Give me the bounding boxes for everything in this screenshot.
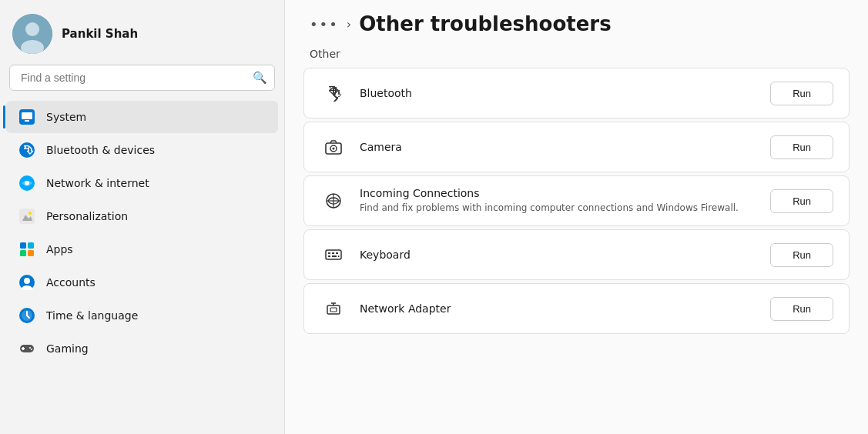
accounts-icon: [18, 274, 35, 291]
incoming-info: Incoming Connections Find and fix proble…: [360, 187, 758, 215]
svg-rect-4: [22, 112, 32, 119]
svg-rect-12: [20, 242, 26, 249]
sidebar-label-personalization: Personalization: [46, 210, 128, 222]
camera-ts-icon: [320, 133, 347, 161]
network-adapter-ts-icon: [320, 295, 347, 322]
sidebar-label-time: Time & language: [46, 309, 138, 322]
camera-info: Camera: [360, 141, 758, 153]
section-label: Other: [285, 45, 868, 68]
svg-rect-15: [28, 250, 34, 256]
bluetooth-run-button[interactable]: Run: [770, 82, 833, 105]
network-adapter-name: Network Adapter: [360, 302, 758, 315]
bluetooth-icon: ⮷: [18, 142, 35, 159]
troubleshooter-list: ⮷ Bluetooth Run Camera Run: [285, 68, 868, 334]
incoming-ts-icon: [320, 187, 347, 215]
svg-point-11: [28, 212, 32, 215]
svg-rect-25: [22, 348, 25, 349]
camera-run-button[interactable]: Run: [770, 135, 833, 159]
profile-section: Pankil Shah: [0, 0, 284, 65]
svg-rect-13: [28, 242, 34, 249]
search-box: 🔍: [9, 65, 275, 91]
network-adapter-info: Network Adapter: [360, 302, 758, 315]
sidebar: Pankil Shah 🔍 System ⮷: [0, 0, 285, 434]
troubleshooter-incoming: Incoming Connections Find and fix proble…: [303, 175, 850, 226]
keyboard-run-button[interactable]: Run: [770, 243, 833, 267]
camera-name: Camera: [360, 141, 758, 153]
svg-rect-40: [332, 255, 337, 257]
gaming-icon: [18, 340, 35, 357]
personalization-icon: [18, 208, 35, 225]
svg-rect-35: [326, 250, 341, 259]
sidebar-label-bluetooth: Bluetooth & devices: [46, 144, 155, 156]
sidebar-label-network: Network & internet: [46, 177, 149, 189]
svg-rect-37: [332, 252, 334, 254]
troubleshooter-network-adapter: Network Adapter Run: [303, 283, 850, 334]
sidebar-label-apps: Apps: [46, 243, 73, 255]
svg-rect-42: [327, 305, 340, 314]
sidebar-item-gaming[interactable]: Gaming: [6, 332, 278, 365]
svg-rect-38: [336, 252, 338, 254]
avatar: [12, 14, 52, 54]
svg-point-26: [29, 347, 31, 349]
apps-icon: [18, 241, 35, 258]
sidebar-label-accounts: Accounts: [46, 276, 96, 289]
search-icon: 🔍: [253, 71, 267, 85]
page-title: Other troubleshooters: [359, 12, 611, 35]
sidebar-item-apps[interactable]: Apps: [6, 233, 278, 265]
svg-point-27: [31, 349, 32, 350]
page-header: ••• › Other troubleshooters: [285, 0, 868, 45]
svg-rect-36: [328, 252, 330, 254]
bluetooth-name: Bluetooth: [360, 87, 758, 99]
sidebar-item-network[interactable]: Network & internet: [6, 167, 278, 199]
svg-point-31: [333, 148, 335, 150]
keyboard-info: Keyboard: [360, 249, 758, 261]
sidebar-label-system: System: [46, 111, 86, 123]
bluetooth-ts-icon: ⮷: [320, 79, 347, 107]
svg-text:⮷: ⮷: [328, 85, 342, 101]
svg-point-1: [25, 22, 39, 36]
incoming-desc: Find and fix problems with incoming comp…: [360, 202, 758, 215]
nav-list: System ⮷ Bluetooth & devices Network & i: [0, 97, 284, 434]
sidebar-item-time[interactable]: Time & language: [6, 299, 278, 332]
network-adapter-run-button[interactable]: Run: [770, 297, 833, 321]
keyboard-name: Keyboard: [360, 249, 758, 261]
svg-rect-41: [338, 255, 340, 257]
search-input[interactable]: [9, 65, 275, 91]
time-icon: [18, 307, 35, 324]
troubleshooter-keyboard: Keyboard Run: [303, 229, 850, 280]
sidebar-item-accounts[interactable]: Accounts: [6, 266, 278, 299]
svg-point-17: [24, 278, 30, 284]
sidebar-item-personalization[interactable]: Personalization: [6, 200, 278, 232]
keyboard-ts-icon: [320, 241, 347, 269]
avatar-image: [12, 14, 52, 54]
svg-point-9: [25, 181, 29, 185]
svg-rect-14: [20, 250, 26, 256]
svg-text:⮷: ⮷: [23, 145, 34, 156]
bluetooth-info: Bluetooth: [360, 87, 758, 99]
svg-rect-5: [25, 120, 29, 122]
incoming-name: Incoming Connections: [360, 187, 758, 199]
sidebar-item-system[interactable]: System: [6, 101, 278, 133]
troubleshooter-bluetooth: ⮷ Bluetooth Run: [303, 68, 850, 119]
sidebar-label-gaming: Gaming: [46, 342, 89, 355]
network-icon: [18, 175, 35, 192]
svg-rect-43: [330, 308, 337, 312]
breadcrumb-dots[interactable]: •••: [310, 16, 339, 32]
svg-rect-10: [19, 209, 35, 224]
incoming-run-button[interactable]: Run: [770, 189, 833, 213]
profile-name: Pankil Shah: [62, 27, 138, 41]
sidebar-item-bluetooth[interactable]: ⮷ Bluetooth & devices: [6, 134, 278, 166]
troubleshooter-camera: Camera Run: [303, 122, 850, 172]
main-content: ••• › Other troubleshooters Other ⮷ Blue…: [285, 0, 868, 434]
breadcrumb-arrow: ›: [347, 17, 351, 32]
system-icon: [18, 108, 35, 125]
svg-rect-39: [328, 255, 330, 257]
